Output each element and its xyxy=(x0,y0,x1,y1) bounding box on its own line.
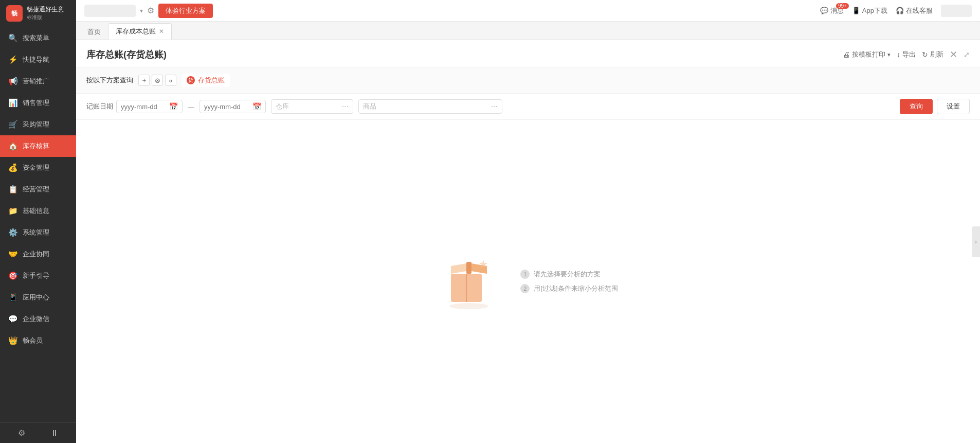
search-btn[interactable]: 查询 xyxy=(900,99,933,114)
sidebar-item-search[interactable]: 🔍 搜索菜单 xyxy=(0,27,76,49)
app-download-label: App下载 xyxy=(862,6,887,15)
sidebar-logo: 畅 畅捷通好生意 标准版 xyxy=(0,0,76,27)
tab-inventory-ledger[interactable]: 库存成本总账 ✕ xyxy=(108,23,172,40)
user-avatar[interactable] xyxy=(941,5,972,17)
sidebar-item-basic-info[interactable]: 📁 基础信息 xyxy=(0,200,76,222)
sidebar-item-app-center[interactable]: 📱 应用中心 xyxy=(0,287,76,308)
print-dropdown-icon: ▾ xyxy=(887,51,891,58)
top-bar-right: 💬 消息 99+ 📱 App下载 🎧 在线客服 xyxy=(820,5,972,17)
industry-btn[interactable]: 体验行业方案 xyxy=(158,4,213,18)
dropdown-arrow-icon[interactable]: ▾ xyxy=(140,7,143,14)
empty-state: 1 请先选择要分析的方案 2 用[过滤]条件来缩小分析范围 xyxy=(76,120,980,443)
guide-icon: 🎯 xyxy=(8,271,17,280)
goods-placeholder: 商品 xyxy=(363,102,489,111)
sidebar-item-wechat[interactable]: 💬 企业微信 xyxy=(0,308,76,330)
finance-icon: 💰 xyxy=(8,163,17,172)
online-support-btn[interactable]: 🎧 在线客服 xyxy=(896,6,933,15)
date-separator: — xyxy=(188,103,194,111)
messages-btn[interactable]: 💬 消息 99+ xyxy=(820,6,844,15)
sidebar-item-purchase[interactable]: 🛒 采购管理 xyxy=(0,114,76,135)
enterprise-icon: 🤝 xyxy=(8,250,17,259)
sidebar-item-label: 营销推广 xyxy=(23,77,49,86)
sidebar-nav: 🔍 搜索菜单 ⚡ 快捷导航 📢 营销推广 📊 销售管理 🛒 采购管理 🏠 库存核… xyxy=(0,27,76,422)
date-start-input[interactable] xyxy=(121,103,167,111)
empty-step2: 2 用[过滤]条件来缩小分析范围 xyxy=(520,284,618,293)
date-label: 记账日期 xyxy=(86,102,113,111)
refresh-icon: ↻ xyxy=(922,50,928,59)
filter-add-btn[interactable]: ＋ xyxy=(138,75,150,86)
filter-add-btns: ＋ ⊗ « xyxy=(138,75,176,86)
sidebar-item-label: 企业协同 xyxy=(23,250,49,259)
goods-selector[interactable]: 商品 ··· xyxy=(358,99,502,114)
filter-scheme-item[interactable]: 货 存货总账 xyxy=(182,74,230,87)
top-bar: ▾ ⚙ 体验行业方案 💬 消息 99+ 📱 App下载 🎧 在线客服 xyxy=(76,0,980,22)
refresh-btn[interactable]: ↻ 刷新 xyxy=(922,50,943,59)
export-btn[interactable]: ↓ 导出 xyxy=(897,50,916,59)
scheme-name: 存货总账 xyxy=(198,76,225,85)
tab-close-icon[interactable]: ✕ xyxy=(159,28,164,35)
sidebar-item-label: 基础信息 xyxy=(23,206,49,216)
print-label: 按模板打印 xyxy=(852,50,885,59)
sidebar-item-label: 畅会员 xyxy=(23,336,43,345)
sidebar-item-guide[interactable]: 🎯 新手引导 xyxy=(0,265,76,287)
filter-area: 按以下方案查询 ＋ ⊗ « 货 存货总账 xyxy=(76,67,980,94)
app-download-btn[interactable]: 📱 App下载 xyxy=(852,6,887,15)
filter-collapse-btn[interactable]: « xyxy=(165,75,176,86)
app-center-icon: 📱 xyxy=(8,293,17,302)
settings-bottom-btn[interactable]: ⚙ xyxy=(18,428,25,438)
collapse-btn[interactable]: ⏸ xyxy=(50,429,59,438)
date-end-input-wrap[interactable]: 📅 xyxy=(199,100,266,113)
print-btn[interactable]: 🖨 按模板打印 ▾ xyxy=(843,50,891,59)
quick-nav-icon: ⚡ xyxy=(8,55,17,64)
settings-query-btn[interactable]: 设置 xyxy=(937,99,970,114)
sidebar-item-system[interactable]: ⚙️ 系统管理 xyxy=(0,222,76,243)
export-icon: ↓ xyxy=(897,50,900,59)
sidebar-item-marketing[interactable]: 📢 营销推广 xyxy=(0,70,76,92)
date-field: 记账日期 📅 — 📅 xyxy=(86,100,266,113)
warehouse-placeholder: 仓库 xyxy=(276,102,340,111)
logo-text-area: 畅捷通好生意 标准版 xyxy=(27,6,64,21)
date-start-input-wrap[interactable]: 📅 xyxy=(116,100,183,113)
sidebar-item-quick-nav[interactable]: ⚡ 快捷导航 xyxy=(0,49,76,70)
goods-more-icon[interactable]: ··· xyxy=(491,102,498,111)
warehouse-more-icon[interactable]: ··· xyxy=(342,102,349,111)
tab-home[interactable]: 首页 xyxy=(80,24,108,40)
calendar-start-icon[interactable]: 📅 xyxy=(169,102,178,111)
query-bar: 记账日期 📅 — 📅 仓库 ··· 商品 ··· 查询 xyxy=(76,94,980,120)
sidebar-item-finance[interactable]: 💰 资金管理 xyxy=(0,157,76,179)
step1-circle: 1 xyxy=(520,270,530,279)
calendar-end-icon[interactable]: 📅 xyxy=(252,102,261,111)
right-panel-toggle[interactable]: › xyxy=(972,226,980,257)
search-icon: 🔍 xyxy=(8,33,17,43)
app-download-icon: 📱 xyxy=(852,7,860,14)
page-content: 库存总账(存货总账) 🖨 按模板打印 ▾ ↓ 导出 ↻ 刷新 ✕ ⤢ xyxy=(76,40,980,443)
inventory-tab-label: 库存成本总账 xyxy=(116,27,156,36)
sidebar-item-enterprise[interactable]: 🤝 企业协同 xyxy=(0,243,76,265)
sidebar-item-sales[interactable]: 📊 销售管理 xyxy=(0,92,76,114)
sidebar-item-label: 采购管理 xyxy=(23,120,49,129)
sales-icon: 📊 xyxy=(8,98,17,108)
close-panel-btn[interactable]: ✕ xyxy=(950,49,957,60)
warehouse-selector[interactable]: 仓库 ··· xyxy=(271,99,353,114)
step1-text: 请先选择要分析的方案 xyxy=(534,270,601,279)
sidebar-item-label: 资金管理 xyxy=(23,163,49,172)
empty-svg xyxy=(438,251,500,312)
page-title: 库存总账(存货总账) xyxy=(86,48,167,61)
svg-point-0 xyxy=(449,303,488,309)
settings-gear-icon[interactable]: ⚙ xyxy=(147,6,154,15)
query-actions: 查询 设置 xyxy=(900,99,970,114)
messages-badge: 99+ xyxy=(836,3,849,9)
sidebar-item-operations[interactable]: 📋 经营管理 xyxy=(0,179,76,200)
filter-remove-btn[interactable]: ⊗ xyxy=(152,75,163,86)
print-icon: 🖨 xyxy=(843,50,850,59)
date-end-input[interactable] xyxy=(204,103,250,111)
purchase-icon: 🛒 xyxy=(8,120,17,129)
sidebar-item-label: 企业微信 xyxy=(23,314,49,324)
tab-bar: 首页 库存成本总账 ✕ xyxy=(76,22,980,40)
empty-illustration xyxy=(438,251,500,312)
sidebar-item-member[interactable]: 👑 畅会员 xyxy=(0,330,76,351)
sidebar-item-label: 经营管理 xyxy=(23,185,49,194)
sidebar-item-inventory[interactable]: 🏠 库存核算 xyxy=(0,135,76,157)
expand-panel-btn[interactable]: ⤢ xyxy=(964,50,970,59)
svg-rect-4 xyxy=(466,262,471,274)
